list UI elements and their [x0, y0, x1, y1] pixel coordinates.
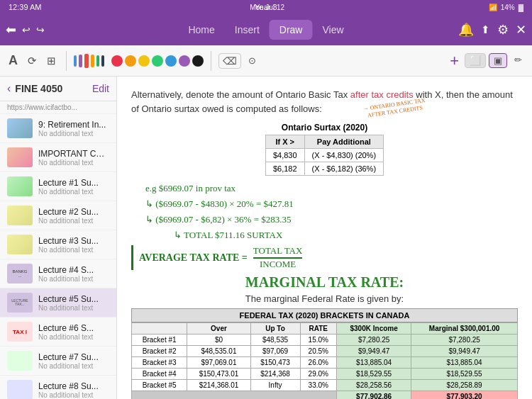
- surtax-table-wrapper: → ONTARIO BASIC TAXAFTER TAX CREDITS Ont…: [265, 123, 384, 176]
- lasso-select-icon[interactable]: ⊙: [245, 52, 259, 69]
- sidebar-item-text-3: Lecture #1 Su... No additional text: [38, 178, 109, 196]
- fed-desc: The marginal Federal Rate is given by:: [131, 293, 518, 304]
- font-icon[interactable]: A: [6, 50, 21, 71]
- sidebar-item-6[interactable]: BANKG... Lecture #4 S... No additional t…: [0, 259, 116, 288]
- top-nav: ⬅ ↩ ↪ Home Insert Draw View 🔔 ⬆ ⚙ ✕: [0, 14, 532, 45]
- status-right: 📶 14% ▓: [489, 4, 523, 11]
- hw-example: e.g $6969.07 in prov tax: [145, 183, 518, 194]
- battery-icon: ▓: [519, 4, 523, 11]
- sidebar-item-text-10: Lecture #8 Su... No additional text: [38, 381, 109, 399]
- lasso-icon[interactable]: ⟳: [25, 52, 40, 70]
- sidebar-item-text-5: Lecture #3 Su... No additional text: [38, 236, 109, 254]
- page-view-btn[interactable]: ⬜: [465, 53, 486, 68]
- status-bar: 12:39 AM Mon Jul 12 Year 3 📶 14% ▓: [0, 0, 532, 14]
- pen-1[interactable]: [74, 55, 77, 67]
- redo-icon[interactable]: ↪: [36, 24, 45, 35]
- color-blue[interactable]: [165, 55, 177, 67]
- back-icon[interactable]: ⬅: [6, 22, 16, 38]
- sidebar-thumb-9: [7, 351, 33, 371]
- sidebar-item-text-2: IMPORTANT CO... No additional text: [38, 149, 109, 167]
- settings-icon[interactable]: ⚙: [497, 22, 509, 38]
- sidebar-item-text-8: Lecture #6 S... No additional text: [38, 323, 109, 341]
- sidebar-thumb-10: [7, 380, 33, 399]
- year-label: Year 3: [255, 3, 277, 11]
- color-palette: [111, 55, 204, 67]
- surtax-table: If X > Pay Additional $4,830 (X - $4,830…: [265, 135, 384, 176]
- view-buttons: ⬜ ▣ ✏: [465, 53, 526, 68]
- fed-row-1: Bracket #1 $0 $48,535 15.0% $7,280.25 $7…: [132, 335, 518, 346]
- close-icon[interactable]: ✕: [516, 22, 526, 38]
- sidebar-title: FINE 4050: [15, 83, 88, 94]
- color-green[interactable]: [152, 55, 163, 67]
- sidebar-item-9[interactable]: Lecture #7 Su... No additional text: [0, 347, 116, 376]
- main-layout: ‹ FINE 4050 Edit https://www.icifactbo..…: [0, 77, 532, 399]
- tab-home[interactable]: Home: [178, 20, 224, 40]
- color-purple[interactable]: [179, 55, 190, 67]
- status-time: 12:39 AM: [9, 3, 41, 11]
- tab-draw[interactable]: Draw: [270, 20, 313, 40]
- surtax-row-2: $6,182 (X - $6,182) (36%): [265, 162, 383, 176]
- avg-numerator: TOTAL TAX: [253, 245, 303, 259]
- fed-table: Over Up To RATE $300K Income Marginal $3…: [131, 322, 518, 399]
- pen-2[interactable]: [79, 55, 82, 67]
- sidebar-item-3[interactable]: Lecture #1 Su... No additional text: [0, 172, 116, 201]
- color-orange[interactable]: [125, 55, 136, 67]
- ruler-icon[interactable]: ⊞: [44, 52, 59, 70]
- pen-3[interactable]: [84, 54, 89, 68]
- sidebar-item-text-6: Lecture #4 S... No additional text: [38, 265, 109, 283]
- sidebar-item-1[interactable]: 9: Retirement In... No additional text: [0, 114, 116, 143]
- surtax-col-pay: Pay Additional: [304, 135, 383, 149]
- toolbar: A ⟳ ⊞ ⌫ ⊙ +: [0, 45, 532, 77]
- hw-total: ↳ TOTAL $711.16 SURTAX: [174, 230, 518, 241]
- sidebar-item-text-9: Lecture #7 Su... No additional text: [38, 352, 109, 370]
- highlight-after-tax: after tax credits: [350, 89, 414, 100]
- divider-1: [66, 51, 67, 71]
- pen-5[interactable]: [96, 55, 99, 67]
- nav-left: ⬅ ↩ ↪: [6, 22, 45, 38]
- sidebar-thumb-3: [7, 176, 33, 196]
- notification-icon[interactable]: 🔔: [458, 22, 474, 38]
- color-red[interactable]: [111, 55, 123, 67]
- sidebar-item-7[interactable]: LECTURETAX... Lecture #5 Su... No additi…: [0, 288, 116, 317]
- sidebar-item-5[interactable]: Lecture #3 Su... No additional text: [0, 230, 116, 259]
- pen-6[interactable]: [101, 55, 104, 67]
- surtax-col-if: If X >: [265, 135, 304, 149]
- sidebar: ‹ FINE 4050 Edit https://www.icifactbo..…: [0, 77, 117, 399]
- sidebar-item-text-4: Lecture #2 Su... No additional text: [38, 207, 109, 225]
- nav-right: 🔔 ⬆ ⚙ ✕: [458, 22, 526, 38]
- sidebar-thumb-6: BANKG...: [7, 264, 33, 283]
- sidebar-back-btn[interactable]: ‹: [7, 82, 11, 95]
- sidebar-item-2[interactable]: IMPORTANT CO... No additional text: [0, 143, 116, 172]
- content-area: Alternatively, denote the amount of Onta…: [117, 77, 532, 399]
- add-button[interactable]: +: [450, 52, 459, 70]
- fed-row-5: Bracket #5 $214,368.01 Infty 33.0% $28,2…: [132, 380, 518, 391]
- sidebar-item-10[interactable]: Lecture #8 Su... No additional text: [0, 376, 116, 399]
- share-icon[interactable]: ⬆: [481, 23, 490, 36]
- pen-4[interactable]: [91, 55, 94, 67]
- avg-formula: TOTAL TAX INCOME: [253, 245, 303, 270]
- sidebar-thumb-5: [7, 235, 33, 254]
- avg-denominator: INCOME: [260, 259, 296, 270]
- avg-tax-section: AVERAGE TAX RATE = TOTAL TAX INCOME: [131, 245, 518, 270]
- hw-calc2: ↳ ($6969.07 - $6,82) × 36% = $283.35: [145, 214, 518, 225]
- sidebar-thumb-8: TAX I: [7, 322, 33, 342]
- battery-pct: 14%: [501, 4, 515, 11]
- sidebar-item-8[interactable]: TAX I Lecture #6 S... No additional text: [0, 317, 116, 347]
- pen-mode-btn[interactable]: ✏: [510, 53, 526, 68]
- color-yellow[interactable]: [138, 55, 150, 67]
- tab-view[interactable]: View: [312, 20, 353, 40]
- fed-table-title: FEDERAL TAX (2020) BRACKETS IN CANADA: [131, 308, 518, 322]
- hw-calc1: ↳ ($6969.07 - $4830) × 20% = $427.81: [145, 198, 518, 210]
- color-black[interactable]: [192, 55, 204, 67]
- sidebar-item-4[interactable]: Lecture #2 Su... No additional text: [0, 201, 116, 230]
- surtax-table-container: → ONTARIO BASIC TAXAFTER TAX CREDITS Ont…: [131, 123, 518, 176]
- tab-insert[interactable]: Insert: [225, 20, 270, 40]
- eraser-icon[interactable]: ⌫: [218, 53, 241, 69]
- sidebar-item-text-1: 9: Retirement In... No additional text: [38, 120, 109, 137]
- sidebar-edit-btn[interactable]: Edit: [92, 83, 109, 94]
- intro-text: Alternatively, denote the amount of Onta…: [131, 88, 518, 116]
- avg-label: AVERAGE TAX RATE =: [139, 252, 248, 264]
- fit-view-btn[interactable]: ▣: [489, 53, 507, 68]
- sidebar-url: https://www.icifactbo...: [0, 101, 116, 114]
- undo-icon[interactable]: ↩: [22, 24, 31, 35]
